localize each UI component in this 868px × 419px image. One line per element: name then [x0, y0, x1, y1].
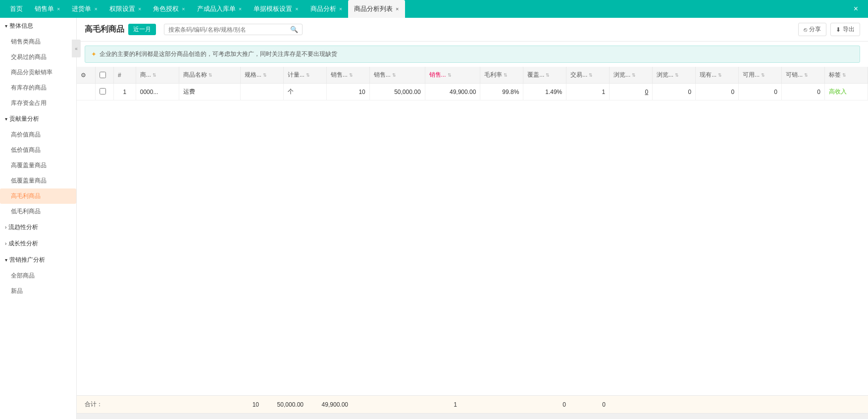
cell-views1[interactable]: 0 [610, 84, 653, 100]
sidebar-collapse-button[interactable]: « [72, 40, 81, 57]
sidebar-item-high-coverage[interactable]: 高覆盖量商品 [0, 158, 76, 173]
close-analysis-list-tab[interactable]: × [396, 6, 399, 12]
footer-current-stock: 0 [530, 401, 570, 408]
col-sales-qty[interactable]: 销售...⇅ [326, 67, 369, 84]
col-views2[interactable]: 浏览...⇅ [653, 67, 696, 84]
col-tag[interactable]: 标签⇅ [825, 67, 868, 84]
col-unit[interactable]: 计量...⇅ [283, 67, 326, 84]
footer-transactions: 1 [421, 401, 461, 408]
col-sales-amount[interactable]: 销售...⇅ [369, 67, 425, 84]
footer-sales-qty: 10 [223, 401, 263, 408]
share-button[interactable]: ⎋ 分享 [798, 23, 826, 36]
cell-sales-profit: 49,900.00 [425, 84, 480, 100]
data-table: ⚙ # 商...⇅ 商品名称⇅ [77, 67, 868, 100]
cell-sales-qty: 10 [326, 84, 369, 100]
export-button[interactable]: ⬇ 导出 [830, 23, 860, 36]
share-icon: ⎋ [804, 26, 807, 33]
close-sales-tab[interactable]: × [57, 6, 60, 12]
bottom-scrollbar[interactable] [77, 413, 868, 419]
export-icon: ⬇ [836, 26, 841, 33]
sidebar-item-low-margin[interactable]: 低毛利商品 [0, 204, 76, 219]
footer-total: 合计： 10 50,000.00 49,900.00 1 0 0 [77, 395, 868, 413]
cell-spec [240, 84, 283, 100]
section-arrow-growth: › [5, 241, 6, 246]
close-permissions-tab[interactable]: × [138, 6, 141, 12]
col-sellable[interactable]: 可销...⇅ [782, 67, 825, 84]
sidebar-item-low-coverage[interactable]: 低覆盖量商品 [0, 173, 76, 188]
close-purchase-tab[interactable]: × [94, 6, 97, 12]
nav-product-analysis[interactable]: 商品分析 × [305, 0, 348, 18]
info-banner: ✦ 企业的主要的利润都是这部分商品创造的，可考虑加大推广，同时关注库存是不要出现… [85, 46, 860, 63]
col-spec[interactable]: 规格...⇅ [240, 67, 283, 84]
nav-permissions[interactable]: 权限设置 × [103, 0, 147, 18]
table-row: 1 0000... 运费 个 10 50,000.00 49,900.00 99… [77, 84, 868, 100]
sidebar-section-contribution[interactable]: ▾ 贡献量分析 [0, 111, 76, 127]
footer-label: 合计： [85, 400, 102, 409]
cell-unit: 个 [283, 84, 326, 100]
nav-home[interactable]: 首页 [4, 0, 29, 18]
date-filter-button[interactable]: 近一月 [128, 24, 156, 35]
page-title: 高毛利商品 [85, 24, 124, 35]
sidebar-section-growth[interactable]: › 成长性分析 [0, 235, 76, 252]
footer-available-stock: 0 [570, 401, 610, 408]
sidebar-item-instock-goods[interactable]: 有库存的商品 [0, 80, 76, 95]
cell-gross-margin: 99.8% [480, 84, 523, 100]
col-views1[interactable]: 浏览...⇅ [610, 67, 653, 84]
sidebar-item-high-margin[interactable]: 高毛利商品 [0, 188, 76, 204]
col-available-stock[interactable]: 可用...⇅ [739, 67, 782, 84]
close-window-button[interactable]: × [848, 4, 864, 13]
nav-purchase[interactable]: 进货单 × [66, 0, 103, 18]
sidebar-item-stock-funds[interactable]: 库存资金占用 [0, 95, 76, 111]
section-arrow-trend: › [5, 225, 6, 230]
nav-templates[interactable]: 单据模板设置 × [248, 0, 304, 18]
col-checkbox[interactable] [95, 67, 113, 84]
nav-production[interactable]: 产成品入库单 × [191, 0, 248, 18]
sidebar-section-overall[interactable]: ▾ 整体信息 [0, 18, 76, 34]
nav-product-analysis-list[interactable]: 商品分析列表 × [348, 0, 405, 18]
sidebar-item-traded-goods[interactable]: 交易过的商品 [0, 49, 76, 65]
footer-sales-profit: 49,900.00 [307, 401, 352, 408]
close-roles-tab[interactable]: × [182, 6, 185, 12]
section-arrow-marketing: ▾ [5, 257, 7, 263]
cell-sellable: 0 [782, 84, 825, 100]
nav-sales[interactable]: 销售单 × [29, 0, 66, 18]
col-current-stock[interactable]: 现有...⇅ [696, 67, 739, 84]
sidebar-item-all-goods[interactable]: 全部商品 [0, 268, 76, 283]
sidebar-item-sales-goods[interactable]: 销售类商品 [0, 34, 76, 49]
section-arrow-overall: ▾ [5, 23, 7, 29]
cell-current-stock: 0 [696, 84, 739, 100]
col-settings[interactable]: ⚙ [77, 67, 95, 84]
col-sales-profit[interactable]: 销售...⇅ [425, 67, 480, 84]
search-box: 🔍 [164, 24, 303, 35]
sidebar-section-trend[interactable]: › 流趋性分析 [0, 219, 76, 235]
content-area: 高毛利商品 近一月 🔍 ⎋ 分享 ⬇ 导出 ✦ 企业的主要的利润都是这部分商品创… [77, 18, 868, 419]
search-icon: 🔍 [290, 26, 298, 33]
section-arrow-contribution: ▾ [5, 116, 7, 122]
main-layout: ▾ 整体信息 销售类商品 交易过的商品 商品分贡献销率 有库存的商品 库存资金占… [0, 18, 868, 419]
col-code[interactable]: 商...⇅ [136, 67, 179, 84]
sidebar-item-new-goods[interactable]: 新品 [0, 283, 76, 299]
cell-settings [77, 84, 95, 100]
cell-checkbox[interactable] [95, 84, 113, 100]
col-transactions[interactable]: 交易...⇅ [566, 67, 610, 84]
select-all-checkbox[interactable] [100, 72, 106, 78]
sidebar-item-low-value[interactable]: 低价值商品 [0, 142, 76, 158]
sidebar-section-marketing[interactable]: ▾ 营销推广分析 [0, 252, 76, 268]
sidebar-item-high-value[interactable]: 高价值商品 [0, 127, 76, 142]
cell-available-stock: 0 [739, 84, 782, 100]
sidebar-item-goods-contribution[interactable]: 商品分贡献销率 [0, 65, 76, 80]
row-checkbox[interactable] [100, 88, 106, 94]
close-analysis-tab[interactable]: × [339, 6, 342, 12]
col-gross-margin[interactable]: 毛利率⇅ [480, 67, 523, 84]
data-table-wrapper: ⚙ # 商...⇅ 商品名称⇅ [77, 67, 868, 395]
nav-roles[interactable]: 角色授权 × [147, 0, 191, 18]
cell-num: 1 [114, 84, 136, 100]
close-production-tab[interactable]: × [239, 6, 242, 12]
cell-sales-amount: 50,000.00 [369, 84, 425, 100]
col-coverage[interactable]: 覆盖...⇅ [523, 67, 566, 84]
search-input[interactable] [168, 26, 290, 33]
close-templates-tab[interactable]: × [295, 6, 298, 12]
col-name[interactable]: 商品名称⇅ [179, 67, 240, 84]
sidebar: ▾ 整体信息 销售类商品 交易过的商品 商品分贡献销率 有库存的商品 库存资金占… [0, 18, 77, 419]
col-num: # [114, 67, 136, 84]
